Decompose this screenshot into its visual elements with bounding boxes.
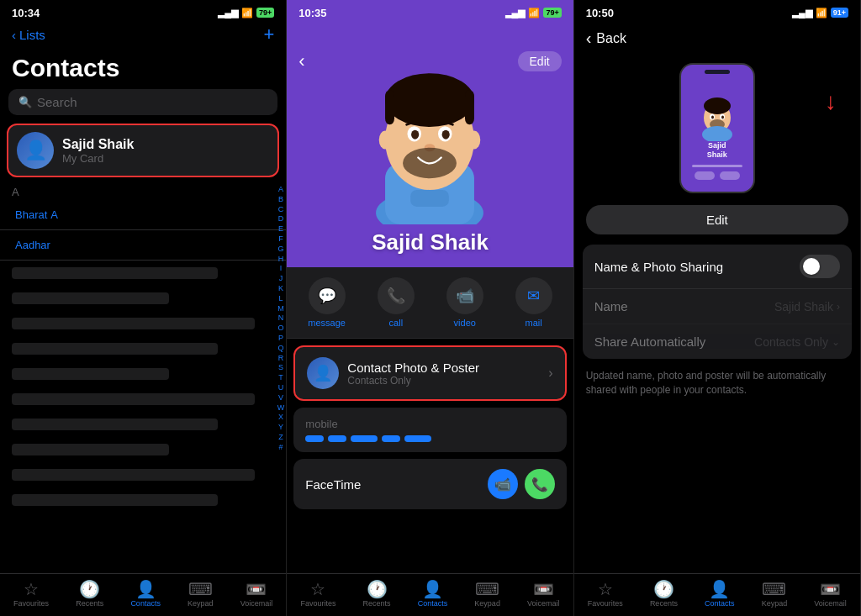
- tab-recents-p1[interactable]: 🕐 Recents: [76, 581, 103, 608]
- name-chevron-icon: ›: [837, 301, 840, 313]
- action-row: 💬 message 📞 call 📹 video ✉ mail: [287, 267, 573, 339]
- video-label: video: [454, 318, 476, 328]
- phone-mockup: Sajid Shaik: [679, 63, 755, 193]
- contact-item-aadhar[interactable]: Aadhar: [0, 230, 286, 261]
- keypad-label: Keypad: [188, 599, 214, 608]
- contact-name-bharat: Bharat: [15, 208, 47, 221]
- facetime-icons: 📹 📞: [488, 469, 555, 499]
- tab-keypad-p3[interactable]: ⌨ Keypad: [762, 581, 788, 608]
- page-title: Contacts: [0, 50, 286, 89]
- contact-suffix-bharat: A: [50, 208, 58, 221]
- tab-keypad-p2[interactable]: ⌨ Keypad: [474, 581, 500, 608]
- add-contact-button[interactable]: +: [263, 24, 274, 45]
- panel-contacts: 10:34 ▂▄▆ 📶 79+ ‹ Lists + Contacts 🔍 Sea…: [0, 0, 287, 616]
- wifi-icon-p2: 📶: [528, 8, 540, 18]
- name-row: Name Sajid Shaik ›: [583, 289, 852, 324]
- contact-photo-poster-row[interactable]: 👤 Contact Photo & Poster Contacts Only ›: [293, 345, 566, 401]
- recents-icon: 🕐: [79, 581, 100, 598]
- mail-action[interactable]: ✉ mail: [515, 277, 552, 328]
- svg-point-8: [412, 130, 420, 140]
- my-card-item[interactable]: 👤 Sajid Shaik My Card: [7, 124, 279, 177]
- edit-button[interactable]: Edit: [586, 205, 848, 234]
- name-field-label: Name: [594, 299, 628, 313]
- avatar: 👤: [17, 132, 54, 169]
- tab-bar-p3: ☆ Favourites 🕐 Recents 👤 Contacts ⌨ Keyp…: [574, 573, 860, 616]
- tab-favourites-p1[interactable]: ☆ Favourites: [13, 581, 49, 608]
- svg-rect-5: [465, 90, 474, 124]
- keypad-icon-p2: ⌨: [475, 581, 499, 598]
- name-photo-sharing-row[interactable]: Name & Photo Sharing: [583, 245, 852, 289]
- tab-contacts-p3[interactable]: 👤 Contacts: [705, 581, 735, 608]
- detail-back-button[interactable]: ‹: [298, 50, 304, 72]
- p3-back-button[interactable]: ‹: [586, 29, 592, 48]
- tab-voicemail-p3[interactable]: 📼 Voicemail: [814, 581, 847, 608]
- blurred-row-8: [12, 444, 169, 455]
- svg-point-12: [379, 131, 392, 150]
- facetime-video-button[interactable]: 📹: [488, 469, 518, 499]
- panel-contact-detail: 10:35 ▂▄▆ 📶 79+ ‹ Edit: [287, 0, 573, 616]
- sharing-toggle[interactable]: [800, 255, 840, 278]
- poster-info: Contact Photo & Poster Contacts Only: [347, 361, 540, 387]
- video-action[interactable]: 📹 video: [446, 277, 483, 328]
- phone-btn-2: [720, 171, 740, 180]
- mail-label: mail: [526, 318, 542, 328]
- tab-voicemail-p1[interactable]: 📼 Voicemail: [240, 581, 273, 608]
- facetime-label: FaceTime: [305, 477, 361, 492]
- phone-btn-1: [695, 171, 715, 180]
- settings-section: Name & Photo Sharing Name Sajid Shaik › …: [583, 245, 852, 359]
- tab-bar-p1: ☆ Favourites 🕐 Recents 👤 Contacts ⌨ Keyp…: [0, 573, 286, 616]
- message-action[interactable]: 💬 message: [308, 277, 346, 328]
- phone-memoji-svg: [695, 91, 740, 141]
- battery-badge-p1: 79+: [256, 8, 274, 18]
- mobile-label: mobile: [305, 418, 554, 430]
- my-card-sub: My Card: [62, 152, 269, 165]
- svg-point-9: [442, 130, 450, 140]
- search-placeholder: Search: [37, 95, 77, 109]
- tab-voicemail-p2[interactable]: 📼 Voicemail: [527, 581, 560, 608]
- svg-point-13: [468, 131, 481, 150]
- name-field-value: Sajid Shaik ›: [774, 300, 840, 313]
- sharing-label: Name & Photo Sharing: [594, 260, 723, 274]
- tab-recents-p3[interactable]: 🕐 Recents: [650, 581, 678, 608]
- voicemail-icon: 📼: [246, 581, 267, 598]
- contact-item-bharat[interactable]: Bharat A: [0, 200, 286, 230]
- dot-1: [305, 435, 324, 442]
- call-icon: 📞: [378, 277, 415, 314]
- blurred-row-4: [12, 343, 218, 355]
- call-action[interactable]: 📞 call: [378, 277, 415, 328]
- contacts-label: Contacts: [130, 599, 161, 608]
- tab-favourites-p3[interactable]: ☆ Favourites: [588, 581, 623, 608]
- lists-back-button[interactable]: ‹ Lists: [12, 28, 45, 42]
- phone-contact-name: Sajid Shaik: [707, 141, 727, 160]
- wifi-icon-p3: 📶: [816, 8, 827, 18]
- svg-point-22: [702, 126, 732, 141]
- alphabet-index[interactable]: AB CD EF GH IJ KL MN OP QR ST UV WX YZ #: [277, 185, 285, 452]
- facetime-audio-button[interactable]: 📞: [525, 469, 555, 499]
- tab-contacts-p1[interactable]: 👤 Contacts: [130, 581, 161, 608]
- blurred-row-1: [12, 267, 218, 279]
- tab-contacts-p2[interactable]: 👤 Contacts: [418, 581, 448, 608]
- tab-keypad-p1[interactable]: ⌨ Keypad: [188, 581, 214, 608]
- mail-icon: ✉: [515, 277, 552, 314]
- lists-label: Lists: [19, 28, 45, 42]
- recents-icon-p2: 🕐: [367, 581, 388, 598]
- p3-header: ‹ Back: [574, 24, 860, 55]
- keypad-icon-p3: ⌨: [762, 581, 786, 598]
- share-auto-chevron-icon: ⌄: [832, 336, 840, 348]
- wifi-icon-p1: 📶: [241, 8, 253, 18]
- tab-bar-p2: ☆ Favourites 🕐 Recents 👤 Contacts ⌨ Keyp…: [287, 573, 573, 616]
- tab-favourites-p2[interactable]: ☆ Favourites: [300, 581, 335, 608]
- status-time-p2: 10:35: [298, 7, 326, 19]
- facetime-row: FaceTime 📹 📞: [293, 459, 566, 509]
- contact-name-aadhar: Aadhar: [15, 239, 50, 251]
- tab-recents-p2[interactable]: 🕐 Recents: [363, 581, 391, 608]
- search-bar[interactable]: 🔍 Search: [8, 89, 277, 115]
- favourites-icon: ☆: [24, 581, 39, 598]
- phone-preview: Sajid Shaik ↓: [574, 55, 860, 200]
- detail-edit-button[interactable]: Edit: [518, 51, 562, 71]
- svg-point-3: [386, 73, 475, 127]
- voicemail-icon-p3: 📼: [820, 581, 841, 598]
- recents-label: Recents: [76, 599, 103, 608]
- favourites-icon-p3: ☆: [598, 581, 613, 598]
- share-auto-row: Share Automatically Contacts Only ⌄: [583, 324, 852, 359]
